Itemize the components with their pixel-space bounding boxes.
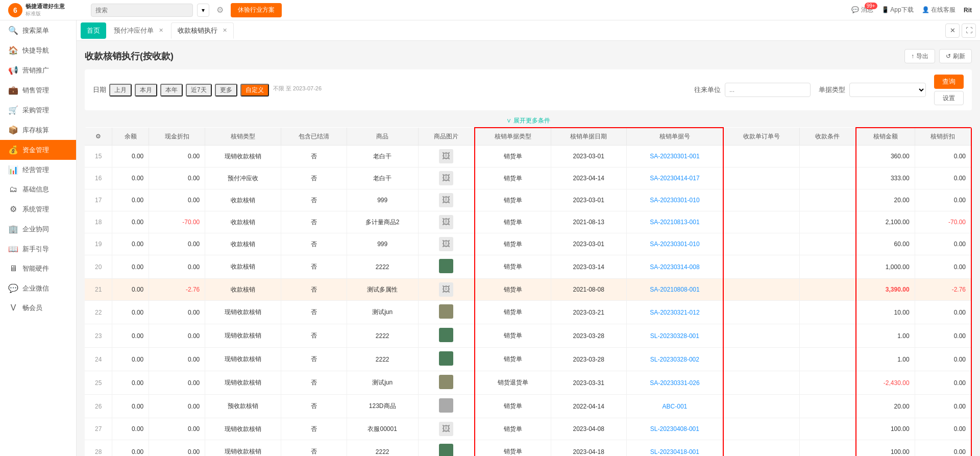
app-download[interactable]: 📱 App下载 [881,6,914,14]
bill-no-link[interactable]: SA-20230331-026 [650,379,699,387]
sidebar-item-wechat[interactable]: 💬 企业微信 [0,278,76,298]
tab-receipt[interactable]: 收款核销执行 ✕ [171,22,234,39]
bill-no-link[interactable]: SL-20230408-001 [650,425,699,433]
row-verify-type: 预付冲应收 [205,167,281,189]
sidebar-item-guide[interactable]: 📖 新手引导 [0,239,76,259]
filter-last-month[interactable]: 上月 [109,84,132,97]
sidebar-item-marketing[interactable]: 📢 营销推广 [0,60,76,80]
row-product-img [418,324,475,348]
sidebar-item-inventory[interactable]: 📦 库存核算 [0,120,76,140]
row-verify-type: 收款核销 [205,255,281,279]
sidebar: 🔍 搜索菜单 🏠 快捷导航 📢 营销推广 💼 销售管理 🛒 采购管理 📦 库存核… [0,20,77,456]
row-product: 多计量商品2 [347,211,418,233]
row-settings[interactable]: 20 [85,255,112,279]
row-settings[interactable]: 15 [85,146,112,167]
row-verify-discount: 0.00 [915,440,971,457]
bill-no-link[interactable]: SA-20210813-001 [650,219,699,226]
close-window-btn[interactable]: ✕ [945,23,960,38]
row-settings[interactable]: 23 [85,324,112,348]
sidebar-item-quick-nav[interactable]: 🏠 快捷导航 [0,40,76,60]
row-settings[interactable]: 25 [85,371,112,395]
sidebar-item-sales[interactable]: 💼 销售管理 [0,80,76,100]
sidebar-item-member[interactable]: V 畅会员 [0,298,76,318]
sidebar-item-finance[interactable]: 💰 资金管理 [0,140,76,160]
row-product-img: 🖼 [418,418,475,440]
table-row: 15 0.00 0.00 现销收款核销 否 老白干 🖼 销货单 2023-03-… [85,146,971,167]
row-settings[interactable]: 17 [85,189,112,211]
row-product: 老白干 [347,167,418,189]
setting-btn[interactable]: 设置 [934,91,964,105]
product-image: 🖼 [439,422,453,436]
bill-type-select[interactable] [849,83,926,97]
tab-close-receipt[interactable]: ✕ [223,27,227,34]
bill-no-link[interactable]: SA-20210808-001 [650,286,699,293]
service-icon: 👤 [922,6,929,13]
bill-no-link[interactable]: SL-20230418-001 [650,448,699,455]
sidebar-item-base[interactable]: 🗂 基础信息 [0,180,76,199]
refresh-icon: ↺ [946,53,951,60]
bill-no-link[interactable]: SA-20230301-010 [650,197,699,204]
row-verify-bill-no: SA-20230314-008 [626,255,723,279]
row-verify-bill-type: 销货单 [475,211,551,233]
row-settings[interactable]: 16 [85,167,112,189]
finance-icon: 💰 [8,145,18,155]
maximize-btn[interactable]: ⛶ [962,23,976,38]
tab-home[interactable]: 首页 [81,22,106,39]
sidebar-item-ops[interactable]: 📊 经营管理 [0,160,76,180]
row-verify-bill-date: 2022-04-14 [551,395,626,418]
bill-no-link[interactable]: SA-20230414-017 [650,175,699,182]
sidebar-item-corp[interactable]: 🏢 企业协同 [0,219,76,239]
product-image: 🖼 [439,237,453,251]
query-btn[interactable]: 查询 [934,75,964,89]
gear-icon-btn[interactable]: ⚙ [213,4,227,17]
bill-no-link[interactable]: SL-20230328-002 [650,356,699,363]
row-verify-type: 现销收款核销 [205,348,281,371]
row-settings[interactable]: 24 [85,348,112,371]
row-verify-bill-type: 销货单 [475,279,551,301]
sidebar-item-search[interactable]: 🔍 搜索菜单 [0,20,76,40]
row-settings[interactable]: 19 [85,233,112,255]
row-settings[interactable]: 22 [85,301,112,324]
bill-no-link[interactable]: SA-20230301-010 [650,241,699,248]
sidebar-item-purchase[interactable]: 🛒 采购管理 [0,100,76,120]
row-settings[interactable]: 26 [85,395,112,418]
tab-prepay[interactable]: 预付冲应付单 ✕ [107,22,170,39]
filter-more[interactable]: 更多 [215,84,237,97]
table-row: 23 0.00 0.00 现销收款核销 否 2222 销货单 2023-03-2… [85,324,971,348]
hardware-icon: 🖥 [8,264,18,273]
bill-no-link[interactable]: ABC-001 [663,403,688,410]
filter-custom[interactable]: 自定义 [240,84,269,97]
row-settings[interactable]: 21 [85,279,112,301]
sidebar-item-hardware[interactable]: 🖥 智能硬件 [0,259,76,278]
row-balance: 0.00 [112,167,149,189]
bill-no-link[interactable]: SA-20230321-012 [650,309,699,316]
filter-this-month[interactable]: 本月 [135,84,157,97]
row-verify-bill-date: 2023-03-14 [551,255,626,279]
col-settings[interactable]: ⚙ [85,128,112,146]
export-btn[interactable]: ↑ 导出 [904,49,935,63]
dropdown-button[interactable]: ▾ [197,4,209,17]
row-settings[interactable]: 18 [85,211,112,233]
tab-close-prepay[interactable]: ✕ [159,27,163,34]
row-settings[interactable]: 28 [85,440,112,457]
notification[interactable]: 💬 消息 99+ [851,6,873,14]
refresh-btn[interactable]: ↺ 刷新 [939,49,972,63]
row-receipt-condition [799,348,856,371]
row-settings[interactable]: 27 [85,418,112,440]
bill-no-link[interactable]: SA-20230314-008 [650,263,699,271]
row-verify-amount: -2,430.00 [856,371,915,395]
row-product: 123D商品 [347,395,418,418]
sidebar-item-system[interactable]: ⚙ 系统管理 [0,199,76,219]
from-unit-input[interactable] [725,83,811,97]
filter-this-year[interactable]: 本年 [160,84,183,97]
filter-7days[interactable]: 近7天 [186,84,212,97]
industry-btn[interactable]: 休验行业方案 [231,3,282,17]
product-image [439,259,453,273]
bill-no-link[interactable]: SL-20230328-001 [650,332,699,340]
row-verify-type: 现销收款核销 [205,440,281,457]
bill-no-link[interactable]: SA-20230301-001 [650,153,699,160]
search-input[interactable] [91,4,193,17]
row-verify-bill-date: 2023-03-28 [551,348,626,371]
expand-bar[interactable]: ∨ 展开更多条件 [85,114,972,127]
online-service[interactable]: 👤 在线客服 [922,6,955,14]
